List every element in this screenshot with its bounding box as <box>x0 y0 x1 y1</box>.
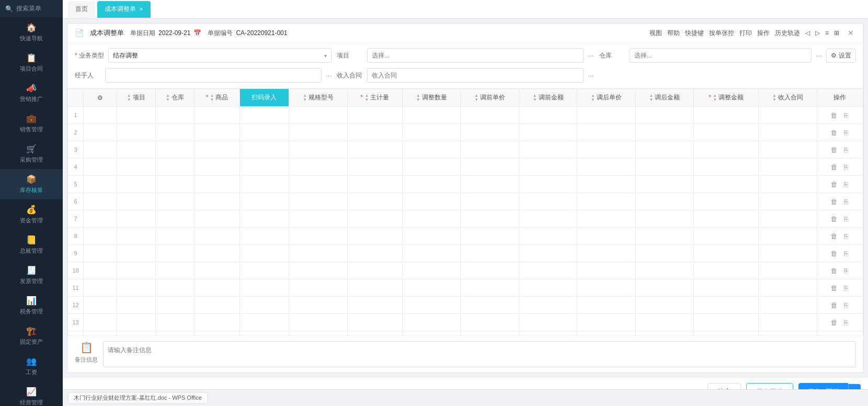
cell-scan-input[interactable] <box>239 193 289 210</box>
col-after-price[interactable]: ▲▼调后单价 <box>577 89 635 107</box>
copy-row-button[interactable]: ⎘ <box>841 231 851 241</box>
cell-after-amount[interactable] <box>635 176 693 193</box>
cell-income-contract[interactable] <box>759 141 817 159</box>
action-audit-cancel[interactable]: 按单张控 <box>709 29 734 38</box>
copy-row-button[interactable]: ⎘ <box>841 179 851 189</box>
income-contract-input[interactable] <box>367 68 584 83</box>
copy-row-button[interactable]: ⎘ <box>841 213 851 224</box>
sidebar-item-finance-mgmt[interactable]: 💰资金管理 <box>0 199 63 230</box>
cell-adj-amount[interactable] <box>694 210 759 228</box>
cell-unit[interactable] <box>347 228 402 245</box>
action-operation[interactable]: 操作 <box>757 29 770 38</box>
cell-adj-amount[interactable] <box>694 176 759 193</box>
cell-product[interactable] <box>195 228 240 245</box>
cell-product[interactable] <box>195 314 240 331</box>
tab-close-cost-adjust[interactable]: ✕ <box>139 6 143 12</box>
cell-before-amount[interactable] <box>519 193 577 210</box>
cell-project[interactable] <box>117 141 155 159</box>
cell-after-price[interactable] <box>577 331 635 336</box>
copy-row-button[interactable]: ⎘ <box>841 196 851 207</box>
cell-product[interactable] <box>195 141 240 159</box>
cell-after-price[interactable] <box>577 193 635 210</box>
tab-home[interactable]: 首页 <box>68 1 95 18</box>
col-income-contract[interactable]: ▲▼收入合同 <box>759 89 817 107</box>
copy-row-button[interactable]: ⎘ <box>841 162 851 172</box>
cell-scan-input[interactable] <box>239 210 289 228</box>
copy-row-button[interactable]: ⎘ <box>841 110 851 120</box>
cell-warehouse[interactable] <box>155 107 194 124</box>
cell-scan-input[interactable] <box>239 314 289 331</box>
cell-scan-input[interactable] <box>239 107 289 124</box>
cell-project[interactable] <box>117 262 155 279</box>
col-before-price[interactable]: ▲▼调前单价 <box>461 89 519 107</box>
business-type-select[interactable]: 结存调整 ▾ <box>108 48 332 63</box>
cell-warehouse[interactable] <box>155 210 194 228</box>
cell-spec-type[interactable] <box>289 297 347 314</box>
cell-after-price[interactable] <box>577 159 635 176</box>
sidebar-search[interactable]: 🔍 搜索菜单 <box>0 0 63 17</box>
delete-row-button[interactable]: 🗑 <box>828 231 839 241</box>
cell-warehouse[interactable] <box>155 159 194 176</box>
cell-unit[interactable] <box>347 124 402 141</box>
cell-adj-qty[interactable] <box>402 159 460 176</box>
cell-after-amount[interactable] <box>635 245 693 262</box>
cell-after-amount[interactable] <box>635 193 693 210</box>
cell-unit[interactable] <box>347 141 402 159</box>
cell-unit[interactable] <box>347 176 402 193</box>
sidebar-item-sales-mgmt[interactable]: 💼销售管理 <box>0 108 63 139</box>
cell-before-price[interactable] <box>461 297 519 314</box>
cell-before-amount[interactable] <box>519 124 577 141</box>
cell-adj-amount[interactable] <box>694 331 759 336</box>
cell-adj-qty[interactable] <box>402 331 460 336</box>
cell-adj-amount[interactable] <box>694 107 759 124</box>
cell-scan-input[interactable] <box>239 331 289 336</box>
cell-adj-amount[interactable] <box>694 159 759 176</box>
sidebar-item-invoice-mgmt[interactable]: 🧾发票管理 <box>0 260 63 290</box>
cell-scan-input[interactable] <box>239 279 289 297</box>
cell-adj-qty[interactable] <box>402 176 460 193</box>
action-history[interactable]: 历史轨迹 <box>775 29 800 38</box>
cell-adj-amount[interactable] <box>694 141 759 159</box>
cell-income-contract[interactable] <box>759 297 817 314</box>
cell-project[interactable] <box>117 228 155 245</box>
date-calendar-icon[interactable]: 📅 <box>193 29 201 37</box>
cell-spec-type[interactable] <box>289 331 347 336</box>
cell-warehouse[interactable] <box>155 297 194 314</box>
cell-warehouse[interactable] <box>155 245 194 262</box>
cell-adj-qty[interactable] <box>402 141 460 159</box>
cell-before-price[interactable] <box>461 159 519 176</box>
cell-after-price[interactable] <box>577 210 635 228</box>
cell-spec-type[interactable] <box>289 279 347 297</box>
cell-unit[interactable] <box>347 279 402 297</box>
cell-income-contract[interactable] <box>759 279 817 297</box>
cell-adj-amount[interactable] <box>694 193 759 210</box>
cell-unit[interactable] <box>347 193 402 210</box>
cell-after-price[interactable] <box>577 297 635 314</box>
layout-icon-0[interactable]: ≡ <box>825 29 829 37</box>
cell-project[interactable] <box>117 245 155 262</box>
copy-row-button[interactable]: ⎘ <box>841 248 851 258</box>
delete-row-button[interactable]: 🗑 <box>828 179 839 189</box>
cell-before-price[interactable] <box>461 176 519 193</box>
cell-warehouse[interactable] <box>155 279 194 297</box>
cell-after-price[interactable] <box>577 279 635 297</box>
cell-before-amount[interactable] <box>519 107 577 124</box>
warehouse-input[interactable] <box>630 48 812 63</box>
col-product[interactable]: ▲▼商品 <box>195 89 240 107</box>
cell-product[interactable] <box>195 159 240 176</box>
cell-product[interactable] <box>195 279 240 297</box>
cell-unit[interactable] <box>347 262 402 279</box>
cell-product[interactable] <box>195 176 240 193</box>
cell-adj-qty[interactable] <box>402 314 460 331</box>
col-warehouse[interactable]: ▲▼仓库 <box>155 89 194 107</box>
cell-adj-qty[interactable] <box>402 107 460 124</box>
cell-warehouse[interactable] <box>155 228 194 245</box>
col-adj-amount[interactable]: ▲▼调整金额 <box>694 89 759 107</box>
cell-adj-qty[interactable] <box>402 297 460 314</box>
cell-project[interactable] <box>117 297 155 314</box>
cell-after-price[interactable] <box>577 124 635 141</box>
cell-spec-type[interactable] <box>289 193 347 210</box>
action-help[interactable]: 帮助 <box>667 29 680 38</box>
cell-income-contract[interactable] <box>759 124 817 141</box>
cell-after-amount[interactable] <box>635 107 693 124</box>
